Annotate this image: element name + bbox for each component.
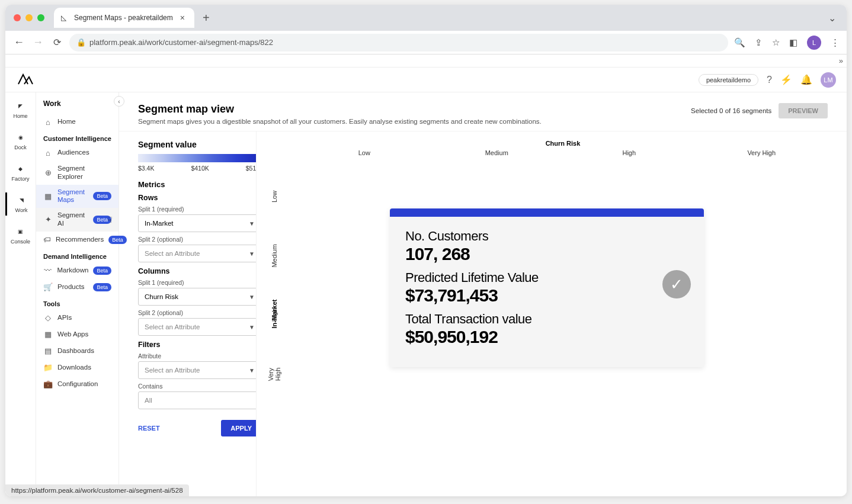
minimize-window-icon[interactable] xyxy=(25,14,33,21)
trend-icon: 〰 xyxy=(43,266,52,275)
sidebar-title: Work xyxy=(36,99,118,114)
sidebar-collapse-button[interactable]: ‹ xyxy=(114,96,124,107)
url-bar[interactable]: 🔒 platform.peak.ai/work/customer-ai/segm… xyxy=(69,34,728,52)
sidebar-item-recommenders[interactable]: 🏷 Recommenders Beta xyxy=(36,232,118,248)
basket-icon: 🛒 xyxy=(43,283,53,292)
apply-button[interactable]: APPLY xyxy=(221,420,257,436)
sidebar-item-audiences[interactable]: ⌂ Audiences xyxy=(36,145,118,161)
rail-work[interactable]: ◥ Work xyxy=(5,192,36,216)
tooltip-plv-label: Predicted Lifetime Value xyxy=(405,270,688,285)
profile-avatar[interactable]: L xyxy=(807,36,821,50)
rail-dock[interactable]: ◉ Dock xyxy=(5,130,36,153)
sidebar-item-segment-ai[interactable]: ✦ Segment AI Beta ☟ xyxy=(36,208,118,232)
work-rail-icon: ◥ xyxy=(16,195,27,206)
sidebar-item-segment-explorer[interactable]: ⊕ Segment Explorer xyxy=(36,161,118,185)
bag-icon: 💼 xyxy=(43,380,53,389)
row-headers: Low Medium High Very High xyxy=(268,167,280,404)
sidebar-item-configuration[interactable]: 💼 Configuration xyxy=(36,376,118,393)
reset-button[interactable]: RESET xyxy=(138,425,160,432)
sidebar-item-web-apps[interactable]: ▦ Web Apps xyxy=(36,326,118,343)
checkmark-icon[interactable]: ✓ xyxy=(662,270,691,298)
kebab-menu-icon[interactable]: ⋮ xyxy=(831,37,840,48)
sparkle-icon: ✦ xyxy=(43,215,53,224)
bookmark-icon[interactable]: ☆ xyxy=(772,37,780,48)
browser-tab[interactable]: ◺ Segment Maps - peakretaildem × xyxy=(54,8,194,28)
tooltip-plv-value: $73,791,453 xyxy=(405,285,688,306)
sidebar-item-products[interactable]: 🛒 Products Beta xyxy=(36,279,118,296)
rail-home[interactable]: ◤ Home xyxy=(5,98,36,121)
sidebar: ‹ Work ⌂ Home Customer Intelligence ⌂ Au… xyxy=(36,92,119,496)
segment-value-heading: Segment value xyxy=(138,140,256,149)
tooltip-customers-label: No. Customers xyxy=(405,229,688,244)
bookmarks-collapse[interactable]: » xyxy=(5,54,847,68)
sidebar-item-home[interactable]: ⌂ Home xyxy=(36,114,118,130)
url-text: platform.peak.ai/work/customer-ai/segmen… xyxy=(89,38,273,47)
beta-badge: Beta xyxy=(93,283,111,291)
window-traffic-lights xyxy=(10,14,50,21)
tooltip-ttv-value: $50,950,192 xyxy=(405,327,688,347)
sidebar-item-markdown[interactable]: 〰 Markdown Beta xyxy=(36,262,118,279)
beta-badge: Beta xyxy=(93,192,111,200)
peak-logo-icon[interactable] xyxy=(16,71,34,89)
api-icon: ◇ xyxy=(43,313,53,323)
cols-split2-label: Split 2 (optional) xyxy=(138,309,256,316)
sidebar-item-dashboards[interactable]: ▤ Dashboards xyxy=(36,343,118,359)
tabs-overflow-icon[interactable]: ⌄ xyxy=(822,12,842,24)
dock-rail-icon: ◉ xyxy=(15,132,26,143)
chevron-down-icon: ▼ xyxy=(249,294,255,300)
page-header: Segment map view Segment maps gives you … xyxy=(119,92,847,131)
user-avatar[interactable]: LM xyxy=(821,72,836,88)
tooltip-ttv-label: Total Transaction value xyxy=(405,312,688,327)
share-icon[interactable]: ⇪ xyxy=(755,37,763,48)
page-subtitle: Segment maps gives you a digestible snap… xyxy=(138,118,542,125)
maximize-window-icon[interactable] xyxy=(37,14,44,21)
chevron-down-icon: ▼ xyxy=(249,251,255,257)
tenant-chip[interactable]: peakretaildemo xyxy=(699,74,758,86)
tag-icon: 🏷 xyxy=(43,235,51,245)
control-panel: Segment value $3.4K $410K $51M Metrics R… xyxy=(119,131,257,496)
cursor-hand-icon: ☟ xyxy=(107,215,113,224)
sidepanel-icon[interactable]: ◧ xyxy=(789,37,797,48)
rows-split2-select[interactable]: Select an Attribute ▼ xyxy=(138,245,257,262)
color-scale-legend xyxy=(138,154,257,162)
sidebar-item-segment-maps[interactable]: ▦ Segment Maps Beta xyxy=(36,185,118,208)
grid-icon: ▦ xyxy=(43,191,53,201)
filter-attribute-select[interactable]: Select an Attribute ▼ xyxy=(138,361,257,379)
selected-count-text: Selected 0 of 16 segments xyxy=(691,107,771,114)
new-tab-button[interactable]: + xyxy=(194,11,218,25)
sidebar-item-apis[interactable]: ◇ APIs xyxy=(36,310,118,326)
page-title: Segment map view xyxy=(138,103,542,115)
bell-icon[interactable]: 🔔 xyxy=(800,74,812,85)
sidebar-item-downloads[interactable]: 📁 Downloads xyxy=(36,359,118,376)
column-headers: Low Medium High Very High xyxy=(268,149,828,156)
close-tab-icon[interactable]: × xyxy=(178,13,187,23)
rail-console[interactable]: ▣ Console xyxy=(5,224,36,247)
audiences-icon: ⌂ xyxy=(43,148,53,158)
filter-contains-input[interactable]: All xyxy=(138,391,257,409)
close-window-icon[interactable] xyxy=(14,14,21,21)
segment-grid-area: Churn Risk Low Medium High Very High In-… xyxy=(257,131,847,496)
reload-button[interactable]: ⟳ xyxy=(50,37,63,48)
console-rail-icon: ▣ xyxy=(15,226,26,237)
apps-icon: ▦ xyxy=(43,330,53,339)
bolt-icon[interactable]: ⚡ xyxy=(780,74,792,85)
sidebar-section-demand-intelligence: Demand Intelligence xyxy=(36,248,118,262)
browser-toolbar: ← → ⟳ 🔒 platform.peak.ai/work/customer-a… xyxy=(5,31,847,54)
rows-split1-select[interactable]: In-Market ▼ xyxy=(138,214,257,232)
cols-split1-select[interactable]: Churn Risk ▼ xyxy=(138,288,257,306)
metrics-heading: Metrics xyxy=(138,180,256,189)
cols-split1-label: Split 1 (required) xyxy=(138,279,256,286)
home-icon: ⌂ xyxy=(43,117,53,127)
search-icon[interactable]: 🔍 xyxy=(734,37,745,48)
sidebar-section-customer-intelligence: Customer Intelligence xyxy=(36,130,118,145)
preview-button[interactable]: PREVIEW xyxy=(779,103,828,118)
cols-split2-select[interactable]: Select an Attribute ▼ xyxy=(138,318,257,336)
chevron-down-icon: ▼ xyxy=(249,324,255,330)
tab-favicon-icon: ◺ xyxy=(61,14,69,22)
rail-factory[interactable]: ◆ Factory xyxy=(5,161,36,184)
forward-button: → xyxy=(31,36,44,49)
filters-heading: Filters xyxy=(138,341,256,349)
back-button[interactable]: ← xyxy=(12,36,25,49)
help-icon[interactable]: ? xyxy=(767,75,772,85)
tab-title: Segment Maps - peakretaildem xyxy=(74,14,173,22)
